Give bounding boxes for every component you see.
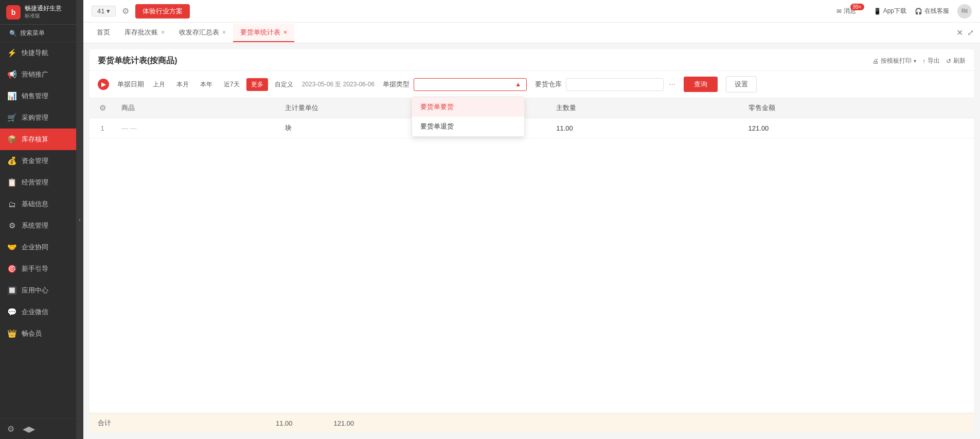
sidebar-item-quick-nav[interactable]: ⚡ 快捷导航 xyxy=(0,42,76,64)
chevron-up-icon: ▲ xyxy=(515,81,521,88)
sidebar-item-basic[interactable]: 🗂 基础信息 xyxy=(0,193,76,215)
row-quantity: 11.00 xyxy=(550,118,742,138)
sidebar: b 畅捷通好生意 标准版 🔍 搜索菜单 ⚡ 快捷导航 📢 营销推广 📊 销售管理… xyxy=(0,0,76,439)
chevron-down-icon: ▾ xyxy=(106,7,110,15)
close-all-icon[interactable]: ✕ xyxy=(956,28,963,38)
operation-icon: 📋 xyxy=(7,178,16,187)
date-filter-group: 单据日期 上月 本月 本年 近7天 更多 自定义 2023-05-06 至 20… xyxy=(117,78,375,91)
sidebar-item-enterprise[interactable]: 🤝 企业协同 xyxy=(0,236,76,258)
warehouse-label: 要货仓库 xyxy=(535,80,562,89)
header-left: 41 ▾ ⚙ 体验行业方案 xyxy=(92,4,836,19)
collapse-icon[interactable]: ◀▶ xyxy=(23,424,35,434)
sidebar-item-label-basic: 基础信息 xyxy=(22,199,48,209)
th-product: 商品 xyxy=(115,98,279,118)
marketing-icon: 📢 xyxy=(7,70,16,79)
online-service-btn[interactable]: 🎧 在线客服 xyxy=(915,7,949,15)
sidebar-search[interactable]: 🔍 搜索菜单 xyxy=(0,25,76,42)
date-btn-7days[interactable]: 近7天 xyxy=(219,78,244,91)
sidebar-item-sales[interactable]: 📊 销售管理 xyxy=(0,85,76,107)
header-gear-icon[interactable]: ⚙ xyxy=(122,6,129,16)
date-btn-more[interactable]: 更多 xyxy=(246,78,268,91)
quick-nav-icon: ⚡ xyxy=(7,48,16,58)
filter-bar: ▶ 单据日期 上月 本月 本年 近7天 更多 自定义 2023-05-06 至 … xyxy=(90,71,974,98)
page-card: 要货单统计表(按商品) 🖨 按模板打印 ▾ ↑ 导出 ↺ 刷新 xyxy=(90,49,974,433)
user-name: Rit xyxy=(957,4,972,19)
type-filter-group: 单据类型 ▲ 要货单要货 要货单退货 xyxy=(383,78,527,91)
messages-btn[interactable]: ✉ 消息 99+ xyxy=(836,7,856,15)
date-btn-custom[interactable]: 自定义 xyxy=(270,78,298,91)
more-options-btn[interactable]: ··· xyxy=(669,80,675,89)
message-icon: ✉ xyxy=(836,8,842,15)
type-input[interactable] xyxy=(419,81,511,88)
sidebar-item-system[interactable]: ⚙ 系统管理 xyxy=(0,215,76,236)
date-btn-last-month[interactable]: 上月 xyxy=(148,78,170,91)
sidebar-nav: ⚡ 快捷导航 📢 营销推广 📊 销售管理 🛒 采购管理 📦 库存核算 💰 资金管… xyxy=(0,42,76,418)
filter-expand-btn[interactable]: ▶ xyxy=(98,79,109,90)
export-btn[interactable]: ↑ 导出 xyxy=(922,57,940,65)
trial-btn[interactable]: 体验行业方案 xyxy=(135,4,190,19)
finance-icon: 💰 xyxy=(7,156,16,166)
type-select[interactable]: ▲ xyxy=(414,78,527,91)
inventory-icon: 📦 xyxy=(7,135,16,144)
tab-close-icon[interactable]: × xyxy=(222,29,226,36)
sidebar-item-label-sales: 销售管理 xyxy=(22,92,48,101)
sidebar-item-finance[interactable]: 💰 资金管理 xyxy=(0,150,76,172)
date-btn-this-month[interactable]: 本月 xyxy=(172,78,193,91)
table-footer: 合计 11.00 121.00 xyxy=(90,413,974,433)
header-right: ✉ 消息 99+ 📱 App下载 🎧 在线客服 Rit xyxy=(836,4,972,19)
app-name: 畅捷通好生意 xyxy=(25,5,62,13)
chevron-down-icon: ▾ xyxy=(914,58,916,64)
sidebar-item-guide[interactable]: 🎯 新手引导 xyxy=(0,258,76,280)
sidebar-item-label-inventory: 库存核算 xyxy=(22,135,48,144)
export-label: 导出 xyxy=(928,57,940,65)
type-option-yaohuodantuihuo[interactable]: 要货单退货 xyxy=(412,117,524,136)
refresh-icon: ↺ xyxy=(946,58,951,65)
sidebar-item-purchase[interactable]: 🛒 采购管理 xyxy=(0,107,76,129)
refresh-btn[interactable]: ↺ 刷新 xyxy=(946,57,966,65)
query-btn[interactable]: 查询 xyxy=(684,77,718,92)
user-avatar[interactable]: Rit xyxy=(957,4,972,19)
page-header: 要货单统计表(按商品) 🖨 按模板打印 ▾ ↑ 导出 ↺ 刷新 xyxy=(90,49,974,71)
type-option-yaohuodanyaohuo[interactable]: 要货单要货 xyxy=(412,97,524,117)
sidebar-item-wechat[interactable]: 💬 企业微信 xyxy=(0,301,76,323)
top-header: 41 ▾ ⚙ 体验行业方案 ✉ 消息 99+ 📱 App下载 🎧 在线客服 Ri… xyxy=(83,0,980,23)
tab-首页[interactable]: 首页 xyxy=(90,24,117,42)
warehouse-select[interactable] xyxy=(566,78,664,91)
settings-icon[interactable]: ⚙ xyxy=(7,424,14,434)
sidebar-item-label-quick-nav: 快捷导航 xyxy=(22,48,48,58)
sidebar-item-label-guide: 新手引导 xyxy=(22,264,48,273)
sidebar-item-app-center[interactable]: 🔲 应用中心 xyxy=(0,280,76,301)
th-settings[interactable]: ⚙ xyxy=(90,98,115,118)
tab-收发存汇总表[interactable]: 收发存汇总表× xyxy=(172,24,233,42)
tab-close-icon[interactable]: × xyxy=(161,29,165,36)
sidebar-item-label-operation: 经营管理 xyxy=(22,178,48,187)
app-center-icon: 🔲 xyxy=(7,286,16,295)
table-row: 1 — — 块 11.00 121.00 xyxy=(90,118,974,138)
sidebar-collapse-btn[interactable]: ‹ xyxy=(76,0,83,439)
date-buttons: 上月 本月 本年 近7天 更多 自定义 xyxy=(148,78,298,91)
sidebar-item-operation[interactable]: 📋 经营管理 xyxy=(0,172,76,193)
sidebar-item-inventory[interactable]: 📦 库存核算 xyxy=(0,129,76,150)
sidebar-item-member[interactable]: 👑 畅会员 xyxy=(0,323,76,344)
tabs-actions: ✕ ⤢ xyxy=(956,28,974,38)
page-content: 要货单统计表(按商品) 🖨 按模板打印 ▾ ↑ 导出 ↺ 刷新 xyxy=(83,43,980,439)
tab-库存批次账[interactable]: 库存批次账× xyxy=(117,24,172,42)
print-template-btn[interactable]: 🖨 按模板打印 ▾ xyxy=(872,57,916,65)
tab-close-icon[interactable]: × xyxy=(283,29,287,36)
app-download-btn[interactable]: 📱 App下载 xyxy=(874,7,906,15)
settings-btn[interactable]: 设置 xyxy=(726,76,757,93)
printer-icon: 🖨 xyxy=(872,58,879,65)
tab-label: 收发存汇总表 xyxy=(179,28,219,37)
warehouse-input[interactable] xyxy=(572,81,658,88)
tab-要货单统计表[interactable]: 要货单统计表× xyxy=(233,24,294,42)
tab-label: 首页 xyxy=(97,28,110,37)
tab-label: 库存批次账 xyxy=(124,28,158,37)
sidebar-item-label-app-center: 应用中心 xyxy=(22,286,48,295)
tab-count[interactable]: 41 ▾ xyxy=(92,6,116,16)
sidebar-item-label-purchase: 采购管理 xyxy=(22,113,48,122)
date-btn-this-year[interactable]: 本年 xyxy=(195,78,217,91)
sidebar-item-marketing[interactable]: 📢 营销推广 xyxy=(0,64,76,85)
sidebar-item-label-wechat: 企业微信 xyxy=(22,307,48,317)
expand-tab-icon[interactable]: ⤢ xyxy=(967,28,974,38)
sidebar-bottom: ⚙ ◀▶ xyxy=(0,418,76,439)
